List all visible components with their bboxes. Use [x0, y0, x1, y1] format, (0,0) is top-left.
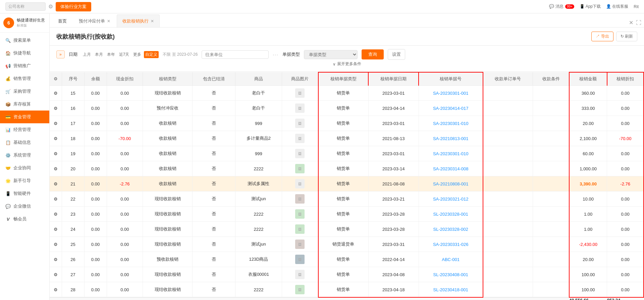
export-button[interactable]: ↗ 导出	[591, 32, 613, 41]
filter-expand-button[interactable]: »	[56, 50, 65, 58]
cancel-no-link[interactable]: SA-20230301-001	[433, 91, 469, 96]
cancel-no-link[interactable]: SL-20230328-002	[433, 227, 468, 232]
main-layout: 6 畅捷通谱好生意 标准版 🔍 搜索菜单 🏠 快捷导航 📢 营销推广 💰 销售管…	[0, 13, 644, 300]
cell-cancel-no[interactable]: SA-20230301-001	[419, 86, 483, 101]
cell-product-img: 🖼	[282, 237, 318, 252]
sidebar-item-search[interactable]: 🔍 搜索菜单	[0, 34, 49, 47]
th-product: 商品	[235, 72, 282, 86]
cell-cancel-no[interactable]: SA-20230321-012	[419, 191, 483, 207]
settings-button[interactable]: 设置	[388, 49, 405, 60]
cancel-no-link[interactable]: SA-20230314-008	[433, 166, 469, 171]
messages-link[interactable]: 💬 消息 99+	[549, 4, 574, 9]
cell-settings[interactable]: ⚙	[50, 131, 62, 146]
gear-icon[interactable]: ⚙	[48, 3, 53, 10]
tab-home[interactable]: 首页	[52, 14, 72, 27]
sidebar-item-purchase[interactable]: 🛒 采购管理	[0, 85, 49, 98]
trial-button[interactable]: 体验行业方案	[56, 2, 91, 11]
tab-receipt-cancel-close[interactable]: ✕	[151, 19, 154, 24]
cell-product-img: 🖼	[282, 101, 318, 116]
cell-cash-discount: -2.76	[107, 176, 143, 191]
company-selector[interactable]: 公司名称	[5, 2, 46, 11]
date-btn-this-year[interactable]: 本年	[106, 51, 116, 58]
cell-settings[interactable]: ⚙	[50, 222, 62, 237]
cancel-no-link[interactable]: SA-20230301-010	[433, 121, 469, 126]
cell-settings[interactable]: ⚙	[50, 176, 62, 191]
window-close-icon[interactable]: ✕	[629, 19, 633, 26]
cell-settings[interactable]: ⚙	[50, 191, 62, 207]
sidebar-item-system[interactable]: ⚙️ 系统管理	[0, 149, 49, 162]
th-balance: 余额	[84, 72, 107, 86]
cancel-no-link[interactable]: SA-20230331-026	[433, 242, 469, 247]
window-maximize-icon[interactable]: ⛶	[636, 20, 641, 26]
cell-receipt-condition	[533, 131, 569, 146]
cell-cancel-no[interactable]: SA-20230301-010	[419, 146, 483, 161]
cell-cancel-no[interactable]: SA-20230314-008	[419, 161, 483, 176]
date-btn-last-month[interactable]: 上月	[82, 51, 92, 58]
sidebar-item-member[interactable]: V 畅会员	[0, 213, 49, 225]
cell-cancel-no[interactable]: SA-20210813-001	[419, 131, 483, 146]
cell-balance: 0.00	[84, 191, 107, 207]
cell-settings[interactable]: ⚙	[50, 252, 62, 267]
partner-input[interactable]	[202, 50, 269, 59]
tab-prepay-close[interactable]: ✕	[107, 19, 110, 24]
cell-settings[interactable]: ⚙	[50, 146, 62, 161]
expand-more-btn[interactable]: ∨ 展开更多条件	[56, 60, 637, 68]
cell-cash-discount: 0.00	[107, 267, 143, 282]
sidebar-item-operation[interactable]: 📊 经营管理	[0, 123, 49, 136]
sidebar-item-guide[interactable]: 🌟 新手引导	[0, 174, 49, 187]
product-image: 🖼	[295, 285, 305, 294]
sidebar-item-enterprise[interactable]: 🤝 企业协同	[0, 162, 49, 174]
cancel-no-link[interactable]: SA-20210813-001	[433, 136, 469, 141]
cell-settings[interactable]: ⚙	[50, 161, 62, 176]
cell-balance: 0.00	[84, 207, 107, 222]
cell-cancel-no[interactable]: SL-20230418-001	[419, 282, 483, 298]
cell-cancel-no[interactable]: SL-20230328-001	[419, 207, 483, 222]
sidebar-item-marketing[interactable]: 📢 营销推广	[0, 59, 49, 72]
cell-cancel-no[interactable]: SA-20230414-017	[419, 101, 483, 116]
cell-settings[interactable]: ⚙	[50, 101, 62, 116]
date-btn-more[interactable]: 更多	[132, 51, 143, 58]
cell-settings[interactable]: ⚙	[50, 237, 62, 252]
cancel-no-link[interactable]: SA-20230414-017	[433, 106, 469, 111]
cell-cancel-no[interactable]: SL-20230328-002	[419, 222, 483, 237]
cell-settings[interactable]: ⚙	[50, 207, 62, 222]
cell-receipt-order-no	[483, 131, 533, 146]
cell-receipt-condition	[533, 222, 569, 237]
date-btn-custom[interactable]: 自定义	[144, 51, 159, 58]
query-button[interactable]: 查询	[362, 49, 384, 59]
cancel-no-link[interactable]: SA-20230301-010	[433, 151, 469, 156]
cell-settings[interactable]: ⚙	[50, 282, 62, 298]
cell-settings[interactable]: ⚙	[50, 86, 62, 101]
sidebar-item-sales[interactable]: 💰 销售管理	[0, 72, 49, 85]
cell-cancel-no[interactable]: SA-20230301-010	[419, 116, 483, 131]
sidebar-item-quick-nav[interactable]: 🏠 快捷导航	[0, 47, 49, 59]
sidebar-item-wechat[interactable]: 💬 企业微信	[0, 200, 49, 213]
cell-product-img: 🖼	[282, 146, 318, 161]
tab-prepay[interactable]: 预付冲应付单 ✕	[73, 14, 116, 27]
th-settings[interactable]: ⚙	[50, 72, 62, 86]
date-btn-this-month[interactable]: 本月	[94, 51, 104, 58]
cell-include-cleared: 否	[193, 146, 235, 161]
app-download-link[interactable]: 📱 App下载	[580, 4, 601, 9]
sidebar-item-smart-hw[interactable]: 📱 智能硬件	[0, 187, 49, 200]
sidebar-item-basic-info[interactable]: 📋 基础信息	[0, 136, 49, 149]
cell-cancel-no[interactable]: SA-20210808-001	[419, 176, 483, 191]
cancel-no-link[interactable]: ABC-001	[442, 257, 460, 262]
cancel-no-link[interactable]: SA-20230321-012	[433, 197, 469, 202]
tab-receipt-cancel[interactable]: 收款核销执行 ✕	[117, 14, 160, 27]
cell-cancel-no[interactable]: ABC-001	[419, 252, 483, 267]
cancel-no-link[interactable]: SL-20230328-001	[433, 212, 468, 217]
sidebar-item-capital[interactable]: 💳 资金管理	[0, 111, 49, 123]
date-btn-7days[interactable]: 近7天	[118, 51, 131, 58]
cell-settings[interactable]: ⚙	[50, 116, 62, 131]
voucher-type-select[interactable]: 单据类型	[304, 50, 358, 59]
refresh-button[interactable]: ↻ 刷新	[616, 32, 637, 41]
cell-settings[interactable]: ⚙	[50, 267, 62, 282]
cancel-no-link[interactable]: SL-20230418-001	[433, 287, 468, 292]
online-service-link[interactable]: 👤 在线客服	[606, 4, 628, 9]
cell-cancel-no[interactable]: SA-20230331-026	[419, 237, 483, 252]
cancel-no-link[interactable]: SL-20230408-001	[433, 272, 468, 277]
cancel-no-link[interactable]: SA-20210808-001	[433, 181, 469, 186]
cell-cancel-no[interactable]: SL-20230408-001	[419, 267, 483, 282]
sidebar-item-inventory[interactable]: 📦 库存核算	[0, 98, 49, 111]
